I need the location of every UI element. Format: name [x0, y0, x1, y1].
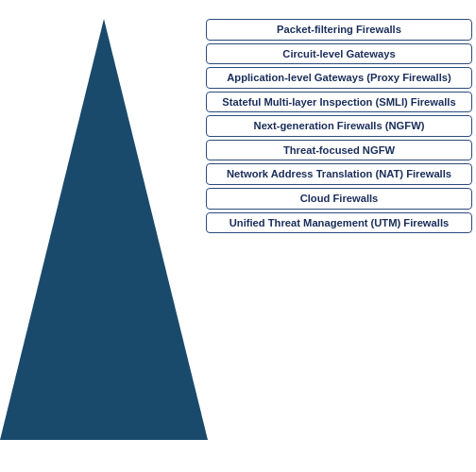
label-item-threat-focused: Threat-focused NGFW — [206, 140, 472, 161]
label-item-packet-filtering: Packet-filtering Firewalls — [206, 19, 472, 41]
label-item-ngfw: Next-generation Firewalls (NGFW) — [206, 115, 472, 137]
pyramid-triangle — [0, 17, 208, 442]
label-item-cloud: Cloud Firewalls — [206, 188, 472, 210]
labels-container: Packet-filtering FirewallsCircuit-level … — [206, 17, 472, 442]
label-item-stateful: Stateful Multi-layer Inspection (SMLI) F… — [206, 92, 472, 113]
diagram-container: Packet-filtering FirewallsCircuit-level … — [0, 17, 476, 442]
svg-marker-0 — [0, 19, 208, 440]
label-item-application-level: Application-level Gateways (Proxy Firewa… — [206, 67, 472, 89]
label-item-circuit-level: Circuit-level Gateways — [206, 43, 472, 65]
label-item-nat: Network Address Translation (NAT) Firewa… — [206, 163, 472, 185]
label-item-utm: Unified Threat Management (UTM) Firewall… — [206, 212, 472, 234]
